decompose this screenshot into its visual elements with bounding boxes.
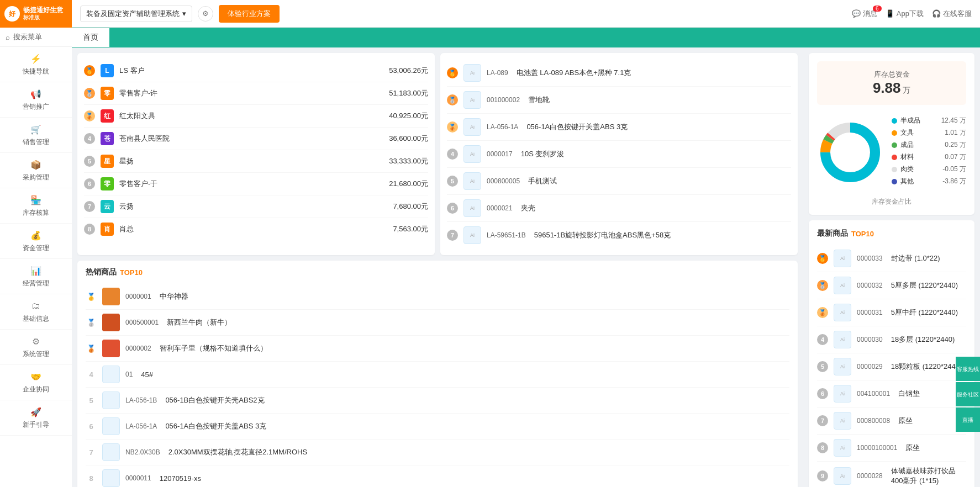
legend-semifinished: 半成品 12.45 万 [892,116,966,125]
list-item: 🥉 红 红太阳文具 40,925.00元 [84,105,428,128]
hot-prod-code-4: 01 [125,370,133,378]
hot-products-top10: TOP10 [120,268,143,277]
list-item: 5 Ai 000800005 手机测试 [447,168,791,195]
sidebar-item-sales[interactable]: 🛒 销售管理 [0,118,72,153]
new-prod-name-3: 5厘中纤 (1220*2440) [891,308,966,317]
app-download-button[interactable]: 📱 App下载 [886,9,924,19]
list-item: 4 苍 苍南县人民医院 36,600.00元 [84,128,428,150]
cs-hotline-button[interactable]: 客服热线 [956,357,980,381]
new-prod-code-4: 0000030 [857,336,883,343]
hot-medal-1: 🥇 [86,291,97,302]
legend-name-other: 其他 [900,177,939,186]
cs-community-button[interactable]: 服务社区 [956,382,980,406]
new-prod-name-4: 18多层 (1220*2440) [891,335,966,345]
legend-name-meat: 肉类 [900,165,939,174]
inventory-label: 库存核算 [23,208,49,218]
hot-prod-img-7 [102,443,120,461]
new-prod-name-8: 原坐 [905,443,966,453]
hot-prod-name-1: 中华神器 [160,292,789,301]
operations-label: 经营管理 [23,279,49,288]
prod-img-6: Ai [463,199,481,217]
sidebar: 好 畅捷通好生意 标准版 ⌕ 搜索菜单 ⚡ 快捷导航 📢 营销推广 🛒 销售管理… [0,0,72,487]
cooperation-icon: 🤝 [30,370,42,383]
customer-name-3: 红太阳文具 [119,111,383,121]
customer-amount-7: 7,680.00元 [393,202,428,211]
rank-6: 6 [84,178,95,189]
customer-amount-2: 51,183.00元 [389,88,428,98]
legend-name-stationery: 文具 [900,128,941,137]
new-prod-img-2: Ai [834,277,851,294]
list-item: 🥇 L LS 客户 53,006.26元 [84,60,428,82]
hot-product-item-2: 🥈 000500001 新西兰牛肉（新牛） [86,310,789,336]
sidebar-item-cooperation[interactable]: 🤝 企业协同 [0,365,72,400]
online-service-label: 在线客服 [943,9,972,19]
new-products-card: 最新商品 TOP10 🥇 Ai 0000033 封边带 (1.0*22) 🥈 A… [809,220,974,487]
customer-amount-8: 7,563.00元 [393,224,428,234]
cs-community-label: 服务社区 [957,391,979,398]
sidebar-item-purchase[interactable]: 📦 采购管理 [0,153,72,188]
messages-button[interactable]: 💬 消息 6 [852,9,877,19]
legend-dot-semifinished [892,118,897,124]
prod-img-3: Ai [463,118,481,136]
online-service-button[interactable]: 🎧 在线客服 [932,9,972,19]
svg-point-8 [833,135,868,170]
legend-value-finished: 0.25 万 [945,140,966,150]
inventory-icon: 🏪 [30,194,42,206]
logo-subtitle: 标准版 [23,14,63,22]
search-menu-item[interactable]: ⌕ 搜索菜单 [0,28,72,47]
new-product-item-1: 🥇 Ai 0000033 封边带 (1.0*22) [817,245,966,272]
prod-name-2: 雪地靴 [528,95,791,105]
phone-icon: 📱 [886,9,894,18]
headset-icon: 🎧 [932,9,941,18]
hot-rank-6: 6 [86,421,97,432]
tab-home[interactable]: 首页 [72,28,109,47]
list-item: 7 云 云扬 7,680.00元 [84,195,428,218]
system-selector[interactable]: 装备及固定资产辅助管理系统 ▾ [80,6,192,22]
customer-name-5: 星扬 [119,156,383,166]
main-content: 装备及固定资产辅助管理系统 ▾ ⚙ 体验行业方案 💬 消息 6 📱 App下载 … [72,0,980,487]
customer-avatar-4: 苍 [101,132,114,145]
sidebar-nav: ⚡ 快捷导航 📢 营销推广 🛒 销售管理 📦 采购管理 🏪 库存核算 💰 资金管… [0,47,72,487]
legend-stationery: 文具 1.01 万 [892,128,966,137]
new-products-label: 最新商品 [817,229,848,239]
hot-prod-code-7: NB2.0X30B [125,448,160,456]
prod-code-4: 0000017 [487,150,513,158]
prod-code-1: LA-089 [487,69,508,77]
sidebar-item-finance[interactable]: 💰 资金管理 [0,224,72,259]
purchase-icon: 📦 [30,158,42,171]
prod-code-6: 0000021 [487,204,513,212]
customer-avatar-6: 零 [101,177,114,190]
legend-dot-other [892,179,897,184]
cs-live-label: 直播 [962,416,973,424]
cs-live-button[interactable]: 直播 [956,407,980,432]
new-rank-8: 8 [817,442,828,453]
prod-name-7: 59651-1B旋转投影灯电池盒ABS黑色+58克 [534,230,791,240]
new-rank-9: 9 [817,470,828,481]
finance-label: 资金管理 [23,244,49,253]
sidebar-item-inventory[interactable]: 🏪 库存核算 [0,188,72,224]
new-product-item-7: 7 Ai 000800008 原坐 [817,407,966,435]
try-button[interactable]: 体验行业方案 [219,5,280,23]
sidebar-item-system[interactable]: ⚙ 系统管理 [0,330,72,365]
sidebar-item-quicknav[interactable]: ⚡ 快捷导航 [0,47,72,82]
hot-prod-name-5: 056-1B白色按键开关壳ABS2克 [165,395,789,405]
customer-name-2: 零售客户-许 [119,88,383,98]
new-prod-img-7: Ai [834,412,851,430]
hot-prod-code-5: LA-056-1B [125,396,157,404]
prod-name-4: 10S 变刹罗浚 [521,149,791,159]
customer-name-1: LS 客户 [119,66,383,76]
settings-button[interactable]: ⚙ [198,6,213,22]
sidebar-item-operations[interactable]: 📊 经营管理 [0,259,72,294]
rank-7: 7 [84,201,95,212]
inventory-total: 库存总资金 9.88 万 [817,61,966,105]
hot-rank-7: 7 [86,447,97,458]
new-prod-img-3: Ai [834,304,851,321]
search-menu-label: 搜索菜单 [13,32,42,42]
customer-avatar-2: 零 [101,87,114,100]
sales-label: 销售管理 [23,137,49,147]
sidebar-item-basics[interactable]: 🗂 基础信息 [0,294,72,330]
sidebar-item-guide[interactable]: 🚀 新手引导 [0,400,72,436]
new-rank-6: 6 [817,388,828,399]
right-panel: 库存总资金 9.88 万 [803,47,980,487]
sidebar-item-marketing[interactable]: 📢 营销推广 [0,82,72,118]
